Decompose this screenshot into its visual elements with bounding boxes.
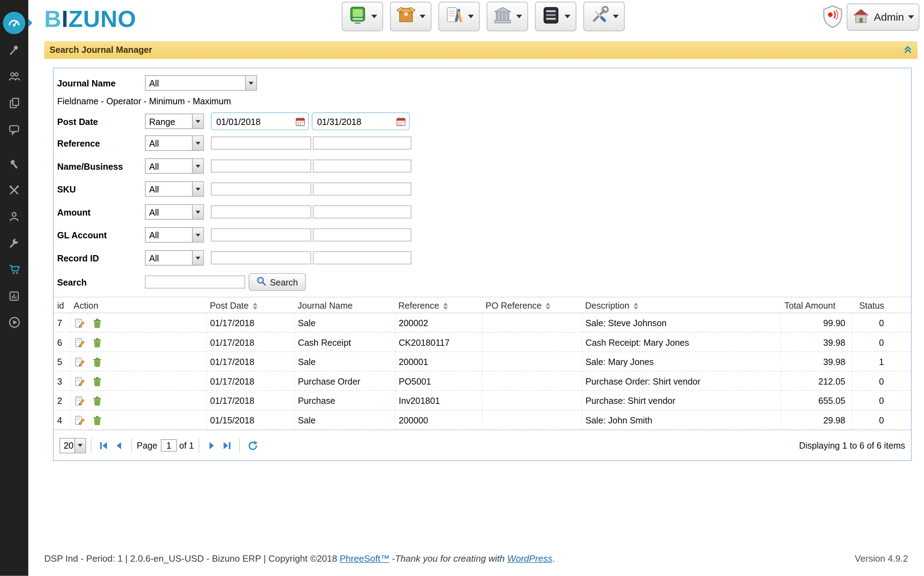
sidebar-item-shop[interactable] — [0, 257, 28, 284]
delete-icon[interactable] — [92, 395, 102, 406]
table-row[interactable]: 5 01/17/2018 Sale 200001 Sale: Mary Jone… — [54, 352, 911, 371]
calendar-icon[interactable] — [396, 116, 406, 126]
gl-account-min-input[interactable] — [211, 229, 311, 242]
sidebar-item-dashboard[interactable] — [0, 8, 28, 38]
col-header-description[interactable]: Description — [582, 297, 781, 313]
wrench-icon — [8, 237, 20, 251]
sidebar-item-media[interactable] — [0, 310, 28, 337]
edit-icon[interactable] — [74, 376, 84, 386]
search-form: Journal Name All Fieldname - Operator - … — [54, 68, 911, 291]
col-header-reference[interactable]: Reference — [395, 297, 482, 313]
account-menu-button[interactable]: Admin — [847, 3, 919, 30]
toolbar-button-tools[interactable] — [584, 2, 625, 31]
sku-max-input[interactable] — [313, 183, 411, 195]
post-date-operator-select[interactable]: Range — [145, 114, 204, 129]
cell-post-date: 01/17/2018 — [206, 313, 294, 333]
delete-icon[interactable] — [92, 415, 102, 425]
edit-icon[interactable] — [74, 337, 84, 347]
table-row[interactable]: 7 01/17/2018 Sale 200002 Sale: Steve Joh… — [54, 313, 911, 333]
tools-menu-icon — [589, 5, 609, 28]
delete-icon[interactable] — [92, 376, 102, 386]
toolbar-button-customers[interactable] — [438, 2, 480, 31]
record-id-min-input[interactable] — [211, 251, 311, 264]
sidebar-item-tools[interactable] — [0, 178, 28, 204]
reference-max-input[interactable] — [313, 136, 411, 149]
cell-status: 0 — [852, 333, 911, 352]
sku-min-input[interactable] — [211, 183, 311, 195]
gl-account-operator-select[interactable]: All — [145, 227, 204, 243]
table-row[interactable]: 4 01/15/2018 Sale 200000 Sale: John Smit… — [54, 410, 911, 430]
delete-icon[interactable] — [92, 318, 102, 328]
next-page-button[interactable] — [204, 438, 219, 453]
table-row[interactable]: 3 01/17/2018 Purchase Order PO5001 Purch… — [54, 371, 911, 391]
journal-name-select[interactable]: All — [145, 75, 257, 91]
wordpress-link[interactable]: WordPress — [507, 553, 552, 563]
name-business-max-input[interactable] — [313, 160, 411, 173]
cell-po-reference — [482, 313, 581, 333]
page: BIZUNO — [0, 0, 924, 576]
name-business-min-input[interactable] — [211, 160, 311, 173]
reference-min-input[interactable] — [211, 136, 311, 149]
delete-icon[interactable] — [92, 357, 102, 367]
table-row[interactable]: 6 01/17/2018 Cash Receipt CK20180117 Cas… — [54, 333, 911, 352]
post-date-min-input[interactable] — [216, 116, 295, 126]
operator-value: Range — [146, 114, 192, 128]
search-input[interactable] — [145, 275, 245, 288]
post-date-max-input[interactable] — [317, 116, 396, 126]
search-button[interactable]: Search — [249, 273, 305, 291]
reference-operator-select[interactable]: All — [145, 135, 204, 151]
sidebar-item-reports[interactable] — [0, 284, 28, 310]
name-business-operator-select[interactable]: All — [145, 158, 204, 174]
edit-icon[interactable] — [74, 415, 84, 425]
record-id-operator-select[interactable]: All — [145, 250, 204, 266]
phreesoft-link[interactable]: PhreeSoft™ — [340, 553, 390, 563]
cell-post-date: 01/17/2018 — [206, 390, 294, 410]
page-number-input[interactable] — [161, 439, 176, 451]
calendar-icon[interactable] — [295, 116, 305, 126]
edit-icon[interactable] — [74, 318, 84, 328]
security-shield-button[interactable] — [822, 5, 844, 30]
sidebar-item-pinned[interactable] — [0, 38, 28, 64]
edit-icon[interactable] — [74, 395, 84, 406]
collapse-panel-button[interactable] — [903, 45, 913, 57]
chevron-down-icon — [565, 15, 571, 18]
toolbar-button-ledger[interactable] — [535, 2, 576, 31]
sort-icon — [634, 302, 638, 309]
sku-operator-select[interactable]: All — [145, 181, 204, 197]
sidebar-item-copy[interactable] — [0, 91, 28, 117]
table-row[interactable]: 2 01/17/2018 Purchase Inv201801 Purchase… — [54, 390, 911, 410]
amount-operator-select[interactable]: All — [145, 204, 204, 220]
last-page-button[interactable] — [219, 438, 235, 453]
delete-icon[interactable] — [92, 337, 102, 347]
toolbar-button-inventory[interactable] — [390, 2, 432, 31]
cell-journal-name: Purchase Order — [294, 371, 395, 391]
refresh-icon[interactable] — [244, 438, 260, 453]
home-icon — [852, 8, 870, 27]
sidebar-item-settings[interactable] — [0, 231, 28, 258]
col-header-po-reference[interactable]: PO Reference — [482, 297, 581, 313]
toolbar-button-company[interactable] — [342, 2, 383, 31]
edit-icon[interactable] — [74, 357, 84, 367]
chevron-down-icon — [192, 205, 203, 219]
col-header-post-date[interactable]: Post Date — [206, 297, 294, 313]
toolbar-button-banking[interactable] — [487, 2, 528, 31]
page-size-select[interactable]: 20 — [59, 438, 86, 453]
sidebar-item-contacts[interactable] — [0, 64, 28, 91]
dashboard-icon — [3, 12, 25, 34]
amount-min-input[interactable] — [211, 205, 311, 218]
amount-max-input[interactable] — [313, 205, 411, 218]
record-id-max-input[interactable] — [313, 251, 411, 264]
sort-icon — [443, 302, 448, 309]
pager-summary: Displaying 1 to 6 of 6 items — [799, 440, 905, 450]
first-page-button[interactable] — [96, 438, 111, 453]
sidebar-item-build[interactable] — [0, 151, 28, 178]
sidebar-item-profile[interactable] — [0, 204, 28, 231]
previous-page-button[interactable] — [111, 438, 127, 453]
cell-post-date: 01/17/2018 — [206, 371, 294, 391]
gl-account-max-input[interactable] — [313, 229, 411, 242]
bizuno-logo[interactable]: BIZUNO — [44, 6, 136, 32]
chevron-down-icon — [468, 15, 474, 18]
sidebar-item-messages[interactable] — [0, 117, 28, 144]
cell-id: 4 — [54, 410, 70, 430]
cell-post-date: 01/15/2018 — [206, 410, 294, 430]
